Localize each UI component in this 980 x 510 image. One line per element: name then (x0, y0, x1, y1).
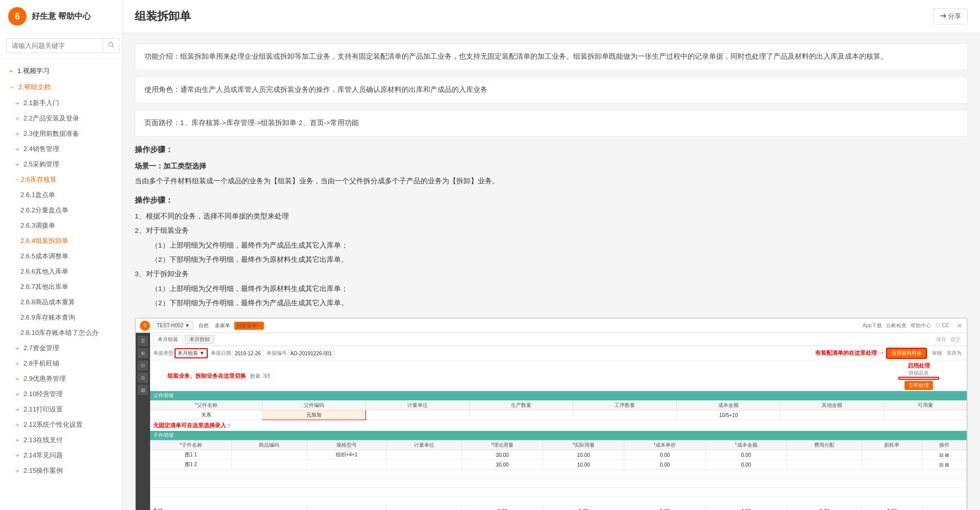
close-icon[interactable]: ✕ (952, 322, 963, 330)
plus-icon: ＋ (14, 114, 20, 123)
app-form-toolbar: 本月组装 本月拆卸 保存 提交 (150, 333, 967, 346)
lrow6-empty (151, 497, 967, 506)
app-form-area: 本月组装 本月拆卸 保存 提交 单据类型 本月组装 ▼ (150, 333, 967, 510)
lrow1-spec: 组织+4+1 (307, 450, 386, 460)
lower-row-4 (151, 479, 967, 488)
nav-sub-items-docs: ＋ 2.1新手入门 ＋ 2.2产品安装及登录 ＋ 2.3使用前数据准备 ＋ 2.… (0, 95, 122, 478)
tab-other[interactable]: 本月拆卸 (185, 335, 214, 344)
footer-total: 合计 (151, 506, 307, 510)
tab-new[interactable]: 本月组装 (153, 335, 183, 344)
plus-icon: ＋ (14, 375, 20, 383)
footer-7: 0.00 (705, 506, 787, 510)
lrow2-name: 图1 2 (151, 460, 232, 470)
sidebar-item-sales[interactable]: ＋ 2.4销售管理 (0, 141, 122, 157)
annotation-label-1: 有装配清单的在这里处理 (815, 350, 877, 356)
sidebar-item-operations[interactable]: ＋ 2.10经营管理 (0, 386, 122, 402)
annotation-label-2: 组装业务、拆卸业务在这里切换 (167, 372, 246, 380)
confirm-btn[interactable]: 立即处理 (904, 381, 933, 390)
sidebar-item-cases[interactable]: ＋ 2.15操作案例 (0, 463, 122, 478)
app-topbar-right: App下载 台帐检查 帮助中心 ♡ CC (863, 322, 949, 329)
app-body: ☰ ⊞ ⊡ ⊟ ▤ 本月组装 本月拆卸 保存 提交 (136, 333, 967, 510)
search-button[interactable] (103, 38, 120, 53)
plus-icon: ＋ (8, 67, 14, 76)
plus-icon: ＋ (14, 451, 20, 460)
step-3-2: （2）下部明细为子件明细，最终作为产成品生成其它入库单。 (135, 297, 968, 309)
minus-icon: － (8, 83, 15, 92)
app-form-row-1: 单据类型 本月组装 ▼ 单据日期 2019-12-26 单据编号 AD-2019… (150, 346, 967, 361)
annotation-row-lower: 无固定清单可在这里选择录入 ↑ (150, 420, 967, 431)
supplier-input[interactable] (898, 377, 939, 380)
sidebar-item-newbie[interactable]: ＋ 2.1新手入门 (0, 95, 122, 111)
footer-8: 0.00 (787, 506, 862, 510)
sidebar-item-purchase[interactable]: ＋ 2.5采购管理 (0, 157, 122, 172)
cell-other-cost (780, 410, 884, 420)
lcol-theory-qty: *理论用量 (462, 441, 543, 450)
step-3-1: （1）上部明细为父件明细，最终作为原材料生成其它出库单； (135, 283, 968, 295)
sidebar-item-dataprep[interactable]: ＋ 2.3使用前数据准备 (0, 126, 122, 141)
date-label: 单据日期 (211, 350, 231, 357)
nav-item-list: 多家单 (213, 322, 232, 330)
sidebar-item-install[interactable]: ＋ 2.2产品安装及登录 (0, 111, 122, 126)
lrow1-ops[interactable]: ⊟ ⊞ (922, 450, 966, 460)
lcol-cost-alloc: 费用分配 (787, 441, 862, 450)
lrow1-alloc (787, 450, 862, 460)
field-no: 单据编号 AD-20191226-001 (266, 350, 335, 357)
step-3: 3、对于拆卸业务 (135, 268, 968, 280)
lcol-spec: 规格型号 (307, 441, 386, 450)
step-2: 2、对于组装业务 (135, 225, 968, 237)
sidebar-item-transfer[interactable]: 2.6.3调拨单 (0, 218, 122, 233)
lrow2-loss (862, 460, 922, 470)
sidebar-item-costrecalc[interactable]: 2.6.8商品成本重算 (0, 295, 122, 310)
sidebar-item-mobile[interactable]: ＋ 2.8手机旺铺 (0, 356, 122, 371)
sidebar-item-finance[interactable]: ＋ 2.7资金管理 (0, 341, 122, 356)
annotation-label-lower: 无固定清单可在这里选择录入 (153, 422, 226, 428)
annotation-arrow-lower: ↑ (228, 422, 231, 428)
sidebar-item-partcount[interactable]: 2.6.2分量盘点单 (0, 203, 122, 218)
lrow4-empty (151, 479, 967, 488)
sidebar-item-otherin[interactable]: 2.6.6其他入库单 (0, 264, 122, 279)
enable-bom-btn[interactable]: 启用装料料单 (886, 348, 927, 359)
lcol-actual-qty: *实际用量 (543, 441, 624, 450)
sidebar: 6 好生意 帮助中心 ＋ 1.视频学习 － 2.帮助文档 ＋ 2.1 (0, 0, 122, 510)
lrow2-ops[interactable]: ⊟ ⊞ (922, 460, 966, 470)
sidebar-item-print[interactable]: ＋ 2.11打印设置 (0, 402, 122, 417)
plus-icon: ＋ (14, 359, 20, 368)
main-header: 组装拆卸单 分享 (122, 0, 980, 33)
sidebar-item-otherout[interactable]: 2.6.7其他出库单 (0, 279, 122, 295)
sidebar-item-faq[interactable]: ＋ 2.14常见问题 (0, 448, 122, 463)
date-input[interactable]: 2019-12-26 (232, 350, 263, 357)
qty-label: 数量: 3/8 (250, 373, 270, 380)
sidebar-item-ledger-fix[interactable]: 2.6.10库存账本错了怎么办 (0, 325, 122, 341)
search-input[interactable] (6, 38, 103, 53)
type-label: 单据类型 (153, 350, 174, 357)
col-parent-code: 父件编码 (262, 401, 366, 410)
footer-4: 0.00 (462, 506, 543, 510)
sidebar-item-videos[interactable]: ＋ 1.视频学习 (0, 63, 122, 79)
intro-block-3: 页面路径：1、库存核算->库存管理->组装拆卸单 2、首页->常用功能 (135, 110, 968, 137)
lrow3-empty (151, 470, 967, 479)
sidebar-item-ledger-query[interactable]: 2.6.9库存账本查询 (0, 310, 122, 325)
sidebar-item-coupon[interactable]: ＋ 2.9优惠券管理 (0, 371, 122, 386)
plus-icon: ＋ (14, 421, 20, 429)
sidebar-item-assembly[interactable]: 2.6.4组装拆卸单 (0, 233, 122, 249)
search-area (0, 33, 122, 59)
annotation-area-3: 启用处理 供销品名 立即处理 (898, 362, 939, 390)
lrow2-theory: 30.00 (462, 460, 543, 470)
sidebar-item-inventory[interactable]: － 2.6库存核算 (0, 172, 122, 187)
nav-item-create[interactable]: 创建新单一 (234, 322, 264, 330)
enable-select-label: 供销品名 (909, 370, 929, 377)
sidebar-item-customize[interactable]: ＋ 2.12系统个性化设置 (0, 417, 122, 432)
sidebar-item-costadj[interactable]: 2.6.5成本调整单 (0, 249, 122, 264)
share-button[interactable]: 分享 (933, 8, 968, 25)
sidebar-item-payment[interactable]: ＋ 2.13在线支付 (0, 432, 122, 448)
plus-icon: ＋ (14, 99, 20, 108)
sidebar-item-docs[interactable]: － 2.帮助文档 (0, 79, 122, 95)
type-input[interactable]: 本月组装 ▼ (175, 348, 208, 358)
app-logo: 6 (8, 7, 27, 26)
col-prod-qty: 生产数量 (470, 401, 573, 410)
svg-line-1 (112, 46, 114, 47)
main-area: 组装拆卸单 分享 功能介绍：组装拆卸单用来处理企业组装或拆卸等加工业务，支持有固… (122, 0, 980, 510)
lcol-loss: 损耗率 (862, 441, 922, 450)
col-available: 可用量 (884, 401, 967, 410)
sidebar-item-stockcount[interactable]: 2.6.1盘点单 (0, 187, 122, 203)
